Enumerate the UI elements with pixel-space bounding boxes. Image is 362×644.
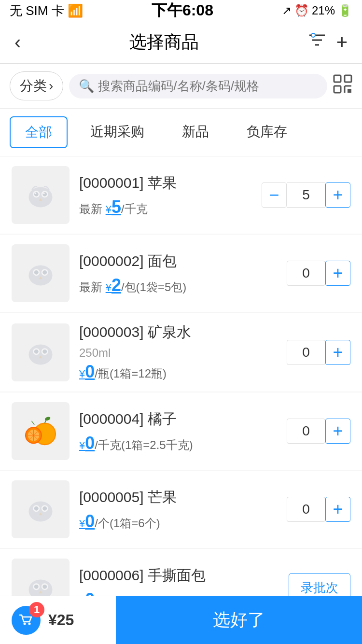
increase-button[interactable]: + [325, 340, 350, 365]
page-title: 选择商品 [129, 30, 199, 54]
product-name: [0000005] 芒果 [79, 488, 277, 507]
confirm-button[interactable]: 选好了 [116, 596, 362, 644]
product-price: ¥0/千克(1箱=2.5千克) [79, 433, 277, 453]
product-list: [0000001] 苹果 最新 ¥5/千克 − + [0000002] 面包 最… [0, 156, 362, 644]
increase-button[interactable]: + [325, 497, 350, 522]
svg-point-32 [44, 416, 51, 421]
list-item: [0000003] 矿泉水 250ml ¥0/瓶(1箱=12瓶) + [0, 313, 362, 392]
product-info: [0000004] 橘子 ¥0/千克(1箱=2.5千克) [79, 409, 277, 453]
list-item: [0000001] 苹果 最新 ¥5/千克 − + [0, 156, 362, 234]
svg-point-10 [29, 187, 53, 207]
quantity-input[interactable] [287, 261, 325, 286]
product-price: ¥0/个(1箱=6个) [79, 511, 277, 532]
bottom-bar: 1 ¥25 选好了 [0, 596, 362, 644]
product-image [12, 402, 70, 460]
svg-point-15 [35, 193, 37, 195]
product-info: [0000001] 苹果 最新 ¥5/千克 [79, 173, 252, 217]
search-icon: 🔍 [79, 79, 94, 94]
product-info: [0000002] 面包 最新 ¥2/包(1袋=5包) [79, 252, 277, 295]
svg-rect-6 [334, 86, 341, 93]
svg-point-22 [42, 270, 47, 275]
search-bar: 🔍 [69, 74, 327, 98]
svg-point-58 [24, 622, 26, 625]
quantity-input[interactable] [287, 182, 325, 208]
product-price: ¥0/瓶(1箱=12瓶) [79, 362, 277, 382]
tab-recent[interactable]: 近期采购 [75, 116, 159, 148]
quantity-input[interactable] [287, 419, 325, 444]
increase-button[interactable]: + [325, 419, 350, 444]
product-name: [0000004] 橘子 [79, 409, 277, 429]
svg-point-43 [34, 506, 39, 511]
svg-point-13 [34, 192, 39, 196]
quantity-control: + [287, 419, 350, 444]
product-name: [0000002] 面包 [79, 252, 277, 271]
cart-badge: 1 [29, 602, 44, 617]
quantity-control: + [287, 261, 350, 286]
product-info: [0000003] 矿泉水 250ml ¥0/瓶(1箱=12瓶) [79, 322, 277, 382]
product-spec: 250ml [79, 346, 277, 360]
quantity-control: − + [262, 182, 350, 208]
svg-point-28 [42, 349, 47, 353]
svg-rect-9 [348, 89, 351, 93]
decrease-button[interactable]: − [262, 182, 287, 208]
tab-all[interactable]: 全部 [10, 116, 68, 148]
list-item: [0000004] 橘子 ¥0/千克(1箱=2.5千克) + [0, 392, 362, 470]
alarm-icon: ⏰ [294, 4, 309, 17]
svg-point-27 [34, 349, 39, 353]
search-input[interactable] [98, 79, 318, 94]
location-icon: ↗ [282, 4, 292, 17]
svg-point-16 [43, 193, 45, 195]
filter-bar: 分类 › 🔍 [0, 64, 362, 109]
product-image [12, 480, 70, 538]
quantity-input[interactable] [287, 497, 325, 522]
back-button[interactable]: ‹ [14, 31, 21, 53]
svg-point-3 [311, 33, 315, 37]
product-price: 最新 ¥5/千克 [79, 197, 252, 217]
chevron-right-icon: › [49, 78, 53, 94]
svg-point-49 [34, 585, 39, 589]
nav-bar: ‹ 选择商品 + [0, 21, 362, 64]
quantity-control: + [287, 340, 350, 365]
nav-actions: + [307, 30, 348, 54]
product-info: [0000005] 芒果 ¥0/个(1箱=6个) [79, 488, 277, 532]
product-image [12, 244, 70, 302]
tab-negative[interactable]: 负库存 [232, 116, 302, 148]
cart-total: ¥25 [48, 611, 74, 629]
product-price: 最新 ¥2/包(1袋=5包) [79, 275, 277, 295]
status-bar: 无 SIM 卡 📶 下午6:08 ↗ ⏰ 21% 🔋 [0, 0, 362, 21]
svg-point-21 [34, 270, 39, 275]
product-name: [0000001] 苹果 [79, 173, 252, 193]
quantity-input[interactable] [287, 340, 325, 365]
svg-point-50 [42, 585, 47, 589]
cart-icon-wrap[interactable]: 1 [12, 606, 41, 635]
svg-point-14 [42, 192, 47, 196]
filter-icon[interactable] [307, 30, 327, 54]
tab-new[interactable]: 新品 [167, 116, 224, 148]
product-image [12, 166, 70, 224]
status-battery: ↗ ⏰ 21% 🔋 [282, 4, 352, 17]
svg-point-24 [29, 344, 53, 364]
svg-rect-5 [345, 75, 351, 82]
status-time: 下午6:08 [152, 0, 213, 21]
battery-icon: 🔋 [338, 4, 352, 17]
increase-button[interactable]: + [325, 261, 350, 286]
tab-bar: 全部 近期采购 新品 负库存 [0, 109, 362, 156]
svg-rect-4 [334, 75, 341, 82]
svg-point-59 [28, 622, 31, 625]
quantity-control: + [287, 497, 350, 522]
cart-section: 1 ¥25 [0, 606, 116, 635]
list-item: [0000002] 面包 最新 ¥2/包(1袋=5包) + [0, 235, 362, 312]
product-image [12, 323, 70, 381]
product-name: [0000006] 手撕面包 [79, 566, 279, 586]
svg-point-40 [29, 501, 53, 521]
category-button[interactable]: 分类 › [10, 71, 63, 100]
status-carrier: 无 SIM 卡 📶 [10, 2, 83, 19]
product-name: [0000003] 矿泉水 [79, 322, 277, 342]
increase-button[interactable]: + [325, 182, 350, 208]
svg-point-44 [42, 506, 47, 511]
svg-point-18 [29, 265, 53, 285]
battery-percent: 21% [312, 4, 335, 17]
add-button[interactable]: + [336, 31, 348, 53]
list-item: [0000005] 芒果 ¥0/个(1箱=6个) + [0, 471, 362, 548]
scan-icon[interactable] [333, 74, 352, 98]
